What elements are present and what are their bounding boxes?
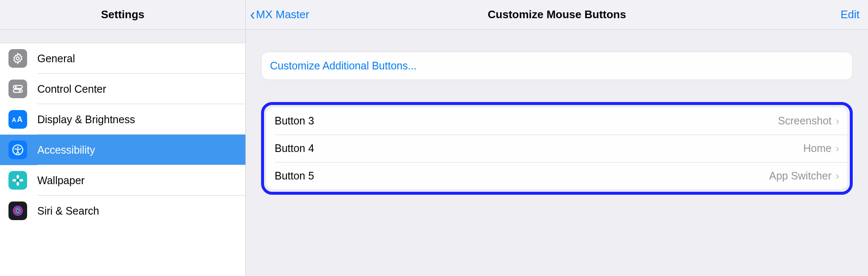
highlighted-group: Button 3 Screenshot › Button 4 Home › [261,102,853,195]
svg-point-15 [15,208,21,214]
svg-point-0 [17,57,19,60]
button-value: Home › [803,142,839,155]
sidebar-item-general[interactable]: General [0,43,245,74]
svg-point-12 [12,179,16,182]
chevron-left-icon: ‹ [250,7,255,22]
sidebar-item-label: Siri & Search [37,205,99,217]
button-name: Button 4 [275,142,314,155]
accessibility-icon [8,141,27,159]
svg-point-11 [17,182,19,186]
button-mapping-group: Button 3 Screenshot › Button 4 Home › [266,107,848,190]
svg-point-4 [19,90,21,92]
svg-text:A: A [12,116,16,123]
svg-point-9 [17,179,19,182]
detail-nav-bar: ‹ MX Master Customize Mouse Buttons Edit [246,0,868,30]
chevron-right-icon: › [836,170,839,182]
sidebar-item-label: Accessibility [37,144,95,156]
svg-point-16 [17,210,19,213]
settings-sidebar: Settings General [0,0,246,276]
svg-point-10 [17,175,19,179]
sidebar-item-control-center[interactable]: Control Center [0,74,245,104]
chevron-right-icon: › [836,143,839,155]
button-name: Button 5 [275,170,314,182]
svg-rect-3 [14,89,22,92]
sidebar-item-label: General [37,52,75,65]
sidebar-item-label: Wallpaper [37,174,85,187]
sidebar-title: Settings [0,0,245,30]
gear-icon [8,49,27,68]
button-value-text: Screenshot [778,115,832,127]
sidebar-item-siri-search[interactable]: Siri & Search [0,196,245,226]
sidebar-list: General Control Center [0,43,245,276]
detail-pane: ‹ MX Master Customize Mouse Buttons Edit… [246,0,868,276]
customize-group: Customize Additional Buttons... [261,52,853,80]
customize-label: Customize Additional Buttons... [270,60,417,72]
display-icon: A A [8,110,27,129]
customize-additional-buttons[interactable]: Customize Additional Buttons... [262,52,852,80]
siri-icon [8,201,27,220]
button-name: Button 3 [275,115,314,127]
button-mapping-row[interactable]: Button 4 Home › [266,135,848,162]
svg-point-8 [17,146,19,148]
button-value-text: App Switcher [769,170,832,182]
page-title: Customize Mouse Buttons [246,8,868,21]
sidebar-item-wallpaper[interactable]: Wallpaper [0,165,245,196]
toggles-icon [8,80,27,98]
svg-point-13 [19,179,23,182]
detail-body: Customize Additional Buttons... Button 3… [246,30,868,195]
sidebar-item-label: Control Center [37,83,106,95]
chevron-right-icon: › [836,115,839,127]
svg-text:A: A [17,115,22,124]
button-value-text: Home [803,142,832,155]
button-mapping-row[interactable]: Button 5 App Switcher › [266,162,848,190]
flower-icon [8,171,27,190]
nav-back-label: MX Master [256,8,309,21]
button-value: App Switcher › [769,170,839,182]
svg-point-2 [15,86,17,88]
svg-rect-1 [14,86,22,88]
sidebar-item-display-brightness[interactable]: A A Display & Brightness [0,104,245,135]
sidebar-item-accessibility[interactable]: Accessibility [0,135,245,165]
button-value: Screenshot › [778,115,839,127]
sidebar-spacer [0,30,245,43]
nav-back-button[interactable]: ‹ MX Master [250,7,309,22]
nav-edit-button[interactable]: Edit [840,8,860,21]
button-mapping-row[interactable]: Button 3 Screenshot › [266,107,848,135]
sidebar-item-label: Display & Brightness [37,113,135,126]
